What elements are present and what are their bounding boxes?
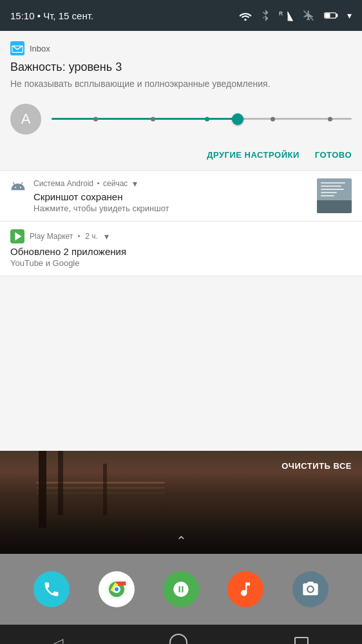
android-app-name: Система Android bbox=[33, 179, 93, 188]
status-bar: 15:10 • Чт, 15 сент. R bbox=[0, 0, 362, 31]
background-section: ОЧИСТИТЬ ВСЕ ⌃ bbox=[0, 451, 362, 554]
svg-point-0 bbox=[244, 19, 246, 21]
svg-rect-4 bbox=[336, 14, 338, 17]
importance-desc: Не показывать всплывающие и полноэкранны… bbox=[10, 78, 352, 91]
pm-notif-title: Обновлено 2 приложения bbox=[10, 246, 352, 257]
play-market-header: Play Маркет 2 ч. ▾ bbox=[10, 229, 352, 243]
bg-shimmer bbox=[36, 482, 165, 484]
pm-separator-dot bbox=[78, 235, 80, 237]
signal-icon: R bbox=[279, 10, 293, 21]
notif-separator-dot bbox=[97, 182, 99, 184]
airplane-icon bbox=[302, 10, 315, 21]
slider-thumb[interactable] bbox=[232, 113, 243, 125]
slider-dot-4 bbox=[271, 117, 275, 121]
play-market-notification[interactable]: Play Маркет 2 ч. ▾ Обновлено 2 приложени… bbox=[0, 222, 362, 276]
home-button[interactable] bbox=[169, 634, 187, 644]
svg-text:R: R bbox=[279, 10, 283, 17]
pm-expand-icon[interactable]: ▾ bbox=[104, 231, 109, 242]
android-notif-title: Скриншот сохранен bbox=[33, 191, 309, 202]
svg-point-12 bbox=[115, 587, 119, 591]
slider-dot-3 bbox=[205, 117, 209, 121]
inbox-app-icon bbox=[10, 41, 24, 55]
other-settings-button[interactable]: ДРУГИЕ НАСТРОЙКИ bbox=[207, 150, 300, 160]
status-icons: R ▾ bbox=[239, 10, 352, 21]
dock-chrome-icon[interactable] bbox=[99, 571, 135, 607]
importance-title: Важность: уровень 3 bbox=[10, 61, 352, 74]
pm-notif-text: YouTube и Google bbox=[10, 258, 352, 268]
slider-dot-5 bbox=[328, 117, 332, 121]
navigation-bar: ◁ bbox=[0, 625, 362, 644]
pm-notif-time: 2 ч. bbox=[85, 232, 98, 241]
dock-play-music-icon[interactable] bbox=[227, 571, 263, 607]
notification-panel: Inbox Важность: уровень 3 Не показывать … bbox=[0, 31, 362, 451]
android-notif-content: Система Android сейчас ▾ Скриншот сохран… bbox=[33, 178, 309, 213]
android-notif-text: Нажмите, чтобы увидеть скриншот bbox=[33, 204, 309, 213]
slider-container: A bbox=[10, 101, 352, 137]
slider-dot-1 bbox=[93, 117, 98, 121]
android-system-notification[interactable]: Система Android сейчас ▾ Скриншот сохран… bbox=[0, 171, 362, 222]
done-button[interactable]: ГОТОВО bbox=[315, 150, 352, 160]
screenshot-thumbnail bbox=[317, 178, 352, 213]
wifi-icon bbox=[239, 10, 252, 21]
android-notif-header: Система Android сейчас ▾ bbox=[33, 178, 309, 189]
avatar: A bbox=[10, 104, 41, 135]
play-market-icon bbox=[10, 229, 24, 243]
slider-dot-2 bbox=[151, 117, 155, 121]
dock-camera-icon[interactable] bbox=[292, 571, 329, 607]
battery-icon bbox=[324, 11, 338, 20]
dock-phone-icon[interactable] bbox=[33, 571, 70, 607]
svg-rect-5 bbox=[325, 14, 330, 17]
status-time: 15:10 • Чт, 15 сент. bbox=[10, 10, 93, 21]
android-expand-icon[interactable]: ▾ bbox=[133, 178, 137, 189]
app-label: Inbox bbox=[10, 41, 352, 55]
home-dock bbox=[0, 554, 362, 625]
slider-fill bbox=[52, 118, 238, 120]
back-button[interactable]: ◁ bbox=[53, 635, 63, 644]
action-buttons: ДРУГИЕ НАСТРОЙКИ ГОТОВО bbox=[10, 147, 352, 160]
clear-all-button[interactable]: ОЧИСТИТЬ ВСЕ bbox=[281, 461, 352, 471]
dock-hangouts-icon[interactable] bbox=[163, 571, 199, 607]
android-system-icon bbox=[10, 178, 26, 196]
inbox-importance-card: Inbox Важность: уровень 3 Не показывать … bbox=[0, 31, 362, 171]
play-market-app-name: Play Маркет bbox=[30, 232, 73, 241]
collapse-panel-icon[interactable]: ⌃ bbox=[176, 533, 187, 549]
bluetooth-icon bbox=[261, 10, 270, 21]
slider-track bbox=[52, 118, 352, 120]
recent-apps-button[interactable] bbox=[294, 637, 309, 644]
importance-slider[interactable] bbox=[52, 109, 352, 129]
dropdown-icon[interactable]: ▾ bbox=[347, 10, 352, 21]
android-notif-time: сейчас bbox=[103, 179, 128, 188]
inbox-app-name: Inbox bbox=[30, 44, 50, 53]
